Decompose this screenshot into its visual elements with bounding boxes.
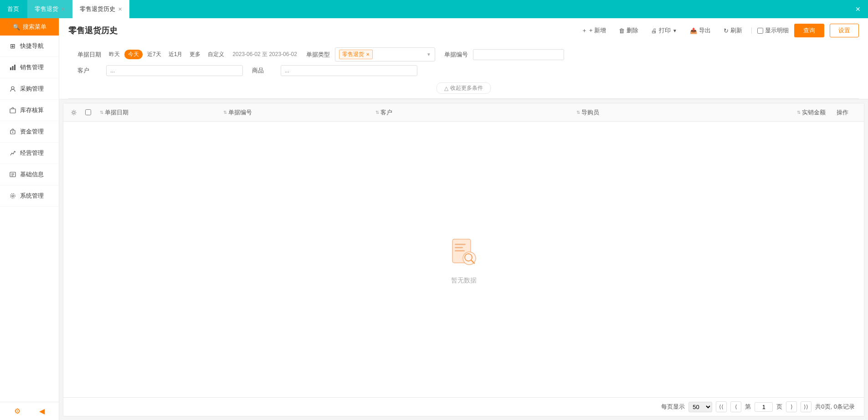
sidebar-item-quick-nav[interactable]: ⊞ 快捷导航 [0, 36, 59, 57]
filter-date: 单据日期 昨天 今天 近7天 近1月 更多 自定义 2023-06-02 至 2… [77, 50, 297, 59]
filter-order-type-select[interactable]: 零售退货 ✕ ▼ [335, 47, 435, 61]
th-action: 操作 [833, 108, 860, 117]
svg-rect-0 [10, 67, 11, 70]
tab-retail-return-history[interactable]: 零售退货历史 ✕ [72, 0, 129, 18]
page-title: 零售退货历史 [68, 25, 118, 36]
window-close-button[interactable]: ✕ [855, 5, 868, 13]
order-type-tag-close[interactable]: ✕ [366, 52, 370, 57]
query-button[interactable]: 查询 [794, 24, 824, 37]
toolbar: ＋ + 新增 🗑 删除 🖨 打印 ▼ 📤 导出 [578, 24, 859, 37]
date-btn-1month[interactable]: 近1月 [166, 50, 185, 59]
svg-rect-16 [455, 247, 463, 248]
date-btn-7days[interactable]: 近7天 [144, 50, 164, 59]
sidebar-search[interactable]: 🔍 搜索菜单 [0, 18, 59, 36]
date-range-btns: 昨天 今天 近7天 近1月 更多 自定义 [106, 50, 227, 59]
delete-button[interactable]: 🗑 删除 [615, 25, 642, 36]
home-tab-label: 首页 [7, 5, 19, 13]
sidebar-item-sys-mgmt-label: 系统管理 [20, 192, 44, 200]
filter-date-label: 单据日期 [77, 51, 103, 59]
sort-icon-order-no: ⇅ [223, 110, 227, 115]
sidebar-settings-icon[interactable]: ⚙ [14, 407, 21, 415]
th-order-no-label: 单据编号 [228, 108, 252, 117]
th-date[interactable]: ⇅ 单据日期 [96, 108, 220, 117]
select-all-checkbox[interactable] [85, 109, 91, 115]
filter-goods-input[interactable] [281, 65, 417, 76]
sidebar-search-label: 搜索菜单 [23, 23, 46, 31]
sidebar-toggle-icon[interactable]: ◀ [39, 407, 45, 415]
sidebar-item-finance[interactable]: 资金管理 [0, 121, 59, 143]
th-amount[interactable]: ⇅ 实销金额 [725, 108, 833, 117]
main-layout: 🔍 搜索菜单 ⊞ 快捷导航 销售管理 采购管理 [0, 18, 868, 420]
sidebar-item-sales-mgmt[interactable]: 销售管理 [0, 57, 59, 78]
svg-point-12 [10, 194, 15, 198]
sidebar-item-inventory[interactable]: 库存核算 [0, 100, 59, 121]
svg-rect-4 [10, 109, 15, 113]
table-header: ⇅ 单据日期 ⇅ 单据编号 ⇅ 客户 ⇅ 导购员 ⇅ 实销金额 [63, 103, 864, 122]
show-detail-checkbox-input[interactable] [757, 28, 763, 34]
tab-retail-return[interactable]: 零售退货 ✕ [27, 0, 72, 18]
date-btn-more[interactable]: 更多 [187, 50, 203, 59]
settings-button[interactable]: 设置 [830, 24, 859, 37]
tab-bar: 首页 零售退货 ✕ 零售退货历史 ✕ [0, 0, 855, 18]
empty-state: 暂无数据 [446, 235, 482, 285]
pagination: 每页显示 50 20 100 ⟨⟨ ⟨ 第 页 ⟩ ⟩⟩ 共0页, 0条记录 [63, 397, 864, 416]
show-detail-toggle[interactable]: 显示明细 [757, 26, 789, 35]
retail-return-tab-close[interactable]: ✕ [61, 6, 65, 12]
th-action-label: 操作 [837, 108, 848, 117]
date-btn-custom[interactable]: 自定义 [205, 50, 227, 59]
filter-customer-label: 客户 [77, 67, 103, 75]
page-number-input[interactable] [755, 402, 773, 412]
th-customer-label: 客户 [380, 108, 392, 117]
date-btn-today[interactable]: 今天 [124, 50, 143, 59]
per-page-select[interactable]: 50 20 100 [688, 402, 712, 412]
svg-point-6 [12, 132, 13, 133]
delete-label: 删除 [627, 26, 638, 35]
th-gear[interactable] [67, 109, 82, 116]
sidebar-item-operation[interactable]: 经营管理 [0, 143, 59, 164]
first-page-button[interactable]: ⟨⟨ [716, 401, 727, 412]
th-checkbox[interactable] [82, 109, 96, 115]
print-button[interactable]: 🖨 打印 ▼ [647, 25, 681, 36]
filter-customer-input[interactable] [106, 65, 243, 76]
sort-icon-date: ⇅ [100, 110, 103, 115]
sidebar-item-base-info[interactable]: 基础信息 [0, 164, 59, 185]
th-order-no[interactable]: ⇅ 单据编号 [220, 108, 372, 117]
tab-home[interactable]: 首页 [0, 0, 26, 18]
th-customer[interactable]: ⇅ 客户 [372, 108, 573, 117]
prev-page-button[interactable]: ⟨ [730, 401, 741, 412]
last-page-button[interactable]: ⟩⟩ [801, 401, 812, 412]
th-guide[interactable]: ⇅ 导购员 [573, 108, 725, 117]
collapse-label: 收起更多条件 [450, 84, 483, 92]
base-info-icon [9, 171, 16, 178]
filter-customer: 客户 [77, 65, 243, 76]
sort-icon-customer: ⇅ [375, 110, 379, 115]
inventory-icon [9, 107, 16, 114]
print-icon: 🖨 [651, 27, 657, 34]
sidebar-nav: ⊞ 快捷导航 销售管理 采购管理 库存核算 [0, 36, 59, 402]
next-page-button[interactable]: ⟩ [786, 401, 797, 412]
filter-goods: 商品 [252, 65, 417, 76]
refresh-button[interactable]: ↻ 刷新 [720, 25, 746, 36]
page-label: 第 [745, 403, 751, 411]
th-guide-label: 导购员 [581, 108, 599, 117]
export-button[interactable]: 📤 导出 [686, 25, 714, 36]
export-label: 导出 [699, 26, 711, 35]
sidebar-item-sys-mgmt[interactable]: 系统管理 [0, 185, 59, 207]
date-btn-yesterday[interactable]: 昨天 [106, 50, 123, 59]
sidebar-item-base-info-label: 基础信息 [20, 170, 44, 179]
filter-order-no-input[interactable] [473, 49, 564, 60]
sidebar-item-purchase-mgmt[interactable]: 采购管理 [0, 78, 59, 100]
print-label: 打印 [659, 26, 671, 35]
purchase-mgmt-icon [9, 85, 16, 92]
retail-return-history-tab-close[interactable]: ✕ [118, 6, 122, 12]
sidebar-item-operation-label: 经营管理 [20, 149, 44, 157]
filter-row-1: 单据日期 昨天 今天 近7天 近1月 更多 自定义 2023-06-02 至 2… [77, 47, 850, 61]
collapse-button[interactable]: △ 收起更多条件 [437, 82, 491, 94]
new-button[interactable]: ＋ + 新增 [578, 25, 610, 36]
total-text: 共0页, 0条记录 [815, 403, 855, 411]
refresh-label: 刷新 [730, 26, 742, 35]
page-title-row: 零售退货历史 ＋ + 新增 🗑 删除 🖨 打印 ▼ [68, 24, 859, 37]
new-label: + 新增 [589, 26, 606, 35]
quick-nav-icon: ⊞ [9, 42, 16, 50]
sort-icon-guide: ⇅ [576, 110, 580, 115]
